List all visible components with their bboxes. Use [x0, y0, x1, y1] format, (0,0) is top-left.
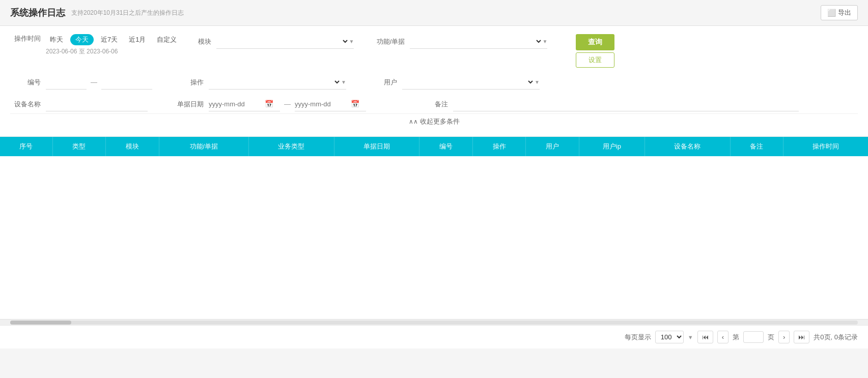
- chevron-page-size-icon: ▼: [688, 334, 693, 340]
- user-chevron-icon: ▼: [535, 79, 540, 85]
- page-label: 第: [733, 333, 739, 342]
- col-user-ip: 用户ip: [579, 137, 645, 156]
- export-icon: ⬜: [827, 9, 836, 17]
- col-function: 功能/单据: [159, 137, 248, 156]
- filter-area: 操作时间 昨天 今天 近7天 近1月 自定义 2023-06-06 至 2023…: [0, 26, 868, 137]
- number-dash: —: [91, 78, 97, 86]
- time-btn-1month[interactable]: 近1月: [125, 34, 150, 45]
- remark-label: 备注: [417, 100, 453, 109]
- device-label: 设备名称: [10, 100, 46, 109]
- module-select[interactable]: [216, 34, 349, 48]
- module-label: 模块: [181, 37, 216, 46]
- last-page-button[interactable]: ⏭: [794, 331, 809, 343]
- remark-input[interactable]: [453, 97, 799, 111]
- table-header: 序号 类型 模块 功能/单据 业务类型 单据日期 编号 操作 用户 用户ip 设…: [0, 137, 868, 156]
- export-button[interactable]: ⬜ 导出: [821, 5, 858, 20]
- user-select-wrapper: ▼: [402, 75, 540, 90]
- page-subtitle: 支持2020年10月31日之后产生的操作日志: [71, 9, 184, 17]
- col-op-time: 操作时间: [783, 137, 868, 156]
- module-chevron-icon: ▼: [349, 39, 354, 44]
- calendar-to-icon[interactable]: 📅: [351, 100, 359, 108]
- operation-select[interactable]: [209, 75, 341, 89]
- operation-select-wrapper: ▼: [209, 75, 346, 90]
- next-page-button[interactable]: ›: [778, 331, 790, 343]
- collapse-label: 收起更多条件: [420, 117, 460, 126]
- calendar-from-icon[interactable]: 📅: [265, 100, 273, 108]
- user-select[interactable]: [402, 75, 535, 89]
- number-label: 编号: [10, 78, 46, 87]
- device-input[interactable]: [46, 97, 148, 111]
- page-size-select[interactable]: 100 50 200: [655, 331, 684, 343]
- time-btn-today[interactable]: 今天: [70, 34, 94, 45]
- time-btn-custom[interactable]: 自定义: [153, 34, 181, 45]
- function-select[interactable]: [410, 34, 542, 48]
- col-seq: 序号: [0, 137, 52, 156]
- scrollbar-area: [0, 319, 868, 325]
- operation-chevron-icon: ▼: [341, 79, 346, 85]
- module-select-wrapper: ▼: [216, 34, 354, 49]
- time-label: 操作时间: [10, 34, 46, 43]
- time-filter: 昨天 今天 近7天 近1月 自定义 2023-06-06 至 2023-06-0…: [46, 34, 181, 56]
- voucher-date-label: 单据日期: [173, 100, 209, 109]
- page-number-input[interactable]: 1: [743, 331, 764, 343]
- prev-page-button[interactable]: ‹: [717, 331, 729, 343]
- date-dash: —: [284, 100, 291, 108]
- date-to-wrapper: 📅: [295, 97, 366, 111]
- time-btn-yesterday[interactable]: 昨天: [46, 34, 67, 45]
- operation-label: 操作: [173, 78, 209, 87]
- page-unit: 页: [768, 333, 774, 342]
- number-to-input[interactable]: [101, 75, 152, 90]
- first-page-button[interactable]: ⏮: [697, 331, 713, 343]
- scrollbar-track: [10, 321, 858, 325]
- collapse-icon: ∧∧: [409, 118, 418, 125]
- function-label: 功能/单据: [374, 37, 410, 46]
- col-remark: 备注: [730, 137, 783, 156]
- settings-button[interactable]: 设置: [576, 52, 614, 68]
- export-label: 导出: [838, 8, 851, 17]
- time-btn-7days[interactable]: 近7天: [97, 34, 122, 45]
- page-header: 系统操作日志 支持2020年10月31日之后产生的操作日志 ⬜ 导出: [0, 0, 868, 26]
- col-module: 模块: [106, 137, 159, 156]
- scrollbar-thumb[interactable]: [10, 321, 71, 325]
- page-title: 系统操作日志: [10, 7, 65, 19]
- col-user: 用户: [526, 137, 579, 156]
- action-buttons: 查询 设置: [576, 34, 614, 68]
- col-number: 编号: [419, 137, 472, 156]
- col-device: 设备名称: [645, 137, 730, 156]
- collapse-bar[interactable]: ∧∧ 收起更多条件: [10, 113, 858, 128]
- date-to-input[interactable]: [295, 97, 351, 111]
- date-from-input[interactable]: [209, 97, 265, 111]
- col-type: 类型: [52, 137, 105, 156]
- empty-area: [0, 156, 868, 319]
- user-label: 用户: [367, 78, 402, 87]
- per-page-label: 每页显示: [625, 333, 651, 342]
- total-info: 共0页, 0条记录: [814, 333, 858, 342]
- query-button[interactable]: 查询: [576, 34, 614, 50]
- date-from-wrapper: 📅: [209, 97, 280, 111]
- col-voucher-date: 单据日期: [334, 137, 419, 156]
- function-chevron-icon: ▼: [543, 39, 548, 44]
- col-biz-type: 业务类型: [249, 137, 334, 156]
- col-operation: 操作: [472, 137, 525, 156]
- table-area: 序号 类型 模块 功能/单据 业务类型 单据日期 编号 操作 用户 用户ip 设…: [0, 137, 868, 319]
- number-from-input[interactable]: [46, 75, 87, 90]
- data-table: 序号 类型 模块 功能/单据 业务类型 单据日期 编号 操作 用户 用户ip 设…: [0, 137, 868, 156]
- date-range-text: 2023-06-06 至 2023-06-06: [46, 47, 181, 56]
- function-select-wrapper: ▼: [410, 34, 547, 49]
- page-footer: 每页显示 100 50 200 ▼ ⏮ ‹ 第 1 页 › ⏭ 共0页, 0条记…: [0, 325, 868, 348]
